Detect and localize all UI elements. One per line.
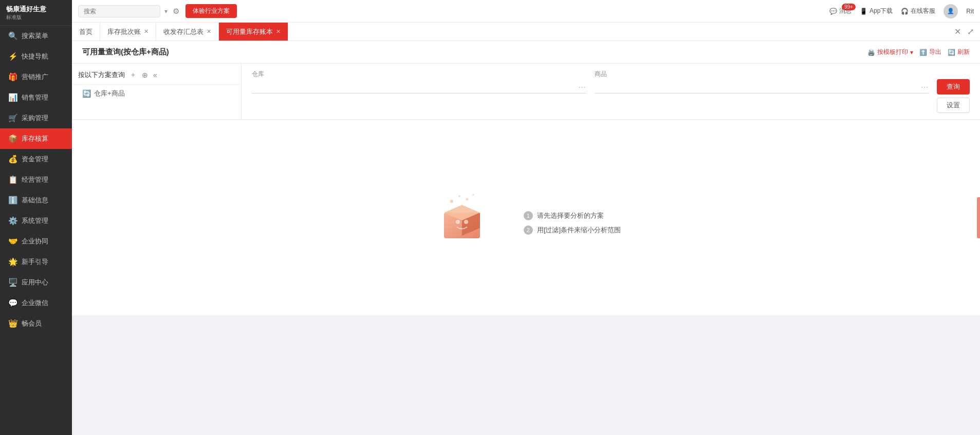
sidebar-item-系统管理[interactable]: ⚙️系统管理	[0, 211, 72, 231]
query-btn[interactable]: 查询	[937, 79, 970, 94]
page-title: 可用量查询(按仓库+商品)	[82, 47, 169, 57]
empty-tip-1: 1 请先选择要分析的方案	[524, 211, 621, 220]
empty-tip-2: 2 用[过滤]条件来缩小分析范围	[524, 225, 621, 235]
query-section-title: 按以下方案查询	[78, 70, 125, 80]
product-input[interactable]	[595, 83, 919, 91]
topbar-right: 💬 消息 99+ 📱 App下载 🎧 在线客服 👤 Rit	[829, 4, 974, 18]
tab-available-qty-label: 可用量库存账本	[226, 27, 273, 36]
sidebar-item-搜索菜单[interactable]: 🔍搜索菜单	[0, 26, 72, 46]
username[interactable]: Rit	[966, 8, 974, 15]
settings-btn[interactable]: 设置	[937, 98, 970, 113]
refresh-icon: 🔄	[948, 49, 955, 56]
sidebar-icon-5: 📦	[8, 134, 17, 143]
empty-state: 1 请先选择要分析的方案 2 用[过滤]条件来缩小分析范围	[72, 120, 980, 315]
service-icon: 🎧	[901, 8, 909, 15]
svg-point-3	[456, 220, 460, 224]
sidebar-item-应用中心[interactable]: 🖥️应用中心	[0, 272, 72, 293]
add-scheme-btn[interactable]: ＋	[128, 70, 138, 80]
message-btn[interactable]: 💬 消息 99+	[829, 7, 852, 15]
app-name: 畅康通好生意	[6, 5, 66, 14]
sidebar-icon-13: 💬	[8, 298, 17, 308]
main-area: ▾ ⚙ 体验行业方案 💬 消息 99+ 📱 App下载 🎧 在线客服 👤 Rit…	[72, 0, 980, 435]
tab-receive-send[interactable]: 收发存汇总表 ✕	[156, 23, 219, 41]
query-actions: 查询 设置	[937, 70, 970, 113]
empty-illustration	[431, 187, 493, 249]
tab-home[interactable]: 首页	[72, 23, 100, 41]
query-section: 按以下方案查询 ＋ ⊕ « 🔄 仓库+商品 仓库	[72, 64, 980, 119]
settings-scheme-btn[interactable]: ⊕	[140, 70, 150, 80]
avatar[interactable]: 👤	[944, 4, 958, 18]
warehouse-input-wrapper: ···	[252, 81, 586, 93]
template-print-btn[interactable]: 🖨️ 按模板打印 ▾	[867, 48, 913, 56]
search-input[interactable]	[78, 5, 160, 17]
sidebar-item-畅会员[interactable]: 👑畅会员	[0, 313, 72, 334]
tip-num-2: 2	[524, 225, 533, 235]
sidebar-icon-14: 👑	[8, 319, 17, 328]
app-download-btn[interactable]: 📱 App下载	[860, 7, 893, 15]
tab-available-qty[interactable]: 可用量库存账本 ✕	[219, 23, 288, 41]
warehouse-more-btn[interactable]: ···	[579, 83, 586, 91]
app-label: App下载	[870, 7, 893, 15]
sidebar-label-7: 经营管理	[22, 175, 48, 184]
online-service-btn[interactable]: 🎧 在线客服	[901, 7, 935, 15]
sidebar-label-4: 采购管理	[22, 114, 48, 123]
sidebar-icon-12: 🖥️	[8, 278, 17, 287]
tabs-actions: ✕ ⤢	[948, 23, 980, 41]
search-chevron-icon[interactable]: ▾	[164, 8, 168, 15]
sidebar-item-销售管理[interactable]: 📊销售管理	[0, 87, 72, 108]
template-print-label: 按模板打印	[877, 48, 908, 56]
tabs-bar: 首页 库存批次账 ✕ 收发存汇总表 ✕ 可用量库存账本 ✕ ✕ ⤢	[72, 23, 980, 41]
tab-receive-send-label: 收发存汇总表	[163, 27, 204, 36]
sidebar-label-14: 畅会员	[22, 319, 42, 328]
tab-inventory-batch-close[interactable]: ✕	[144, 28, 149, 35]
empty-row: 1 请先选择要分析的方案 2 用[过滤]条件来缩小分析范围	[431, 187, 621, 259]
export-icon: ⬆️	[919, 49, 927, 56]
tab-available-qty-close[interactable]: ✕	[276, 28, 281, 35]
scroll-indicator[interactable]	[977, 197, 980, 238]
export-label: 导出	[929, 48, 941, 56]
sidebar-icon-9: ⚙️	[8, 216, 17, 225]
sidebar-item-新手引导[interactable]: 🌟新手引导	[0, 252, 72, 272]
warehouse-input[interactable]	[252, 83, 577, 91]
tab-receive-send-close[interactable]: ✕	[207, 28, 211, 35]
tab-close-all-btn[interactable]: ✕	[952, 26, 963, 37]
query-right-panel: 仓库 ··· 商品 ··· 查询 设置	[242, 64, 980, 119]
sidebar: 畅康通好生意 标准版 🔍搜索菜单⚡快捷导航🎁营销推广📊销售管理🛒采购管理📦库存核…	[0, 0, 72, 435]
product-field: 商品 ···	[595, 70, 929, 93]
page-content: 可用量查询(按仓库+商品) 🖨️ 按模板打印 ▾ ⬆️ 导出 🔄 刷新	[72, 41, 980, 435]
sidebar-item-快捷导航[interactable]: ⚡快捷导航	[0, 46, 72, 67]
sidebar-label-3: 销售管理	[22, 93, 48, 102]
settings-gear-icon[interactable]: ⚙	[173, 7, 179, 16]
query-left-header: 按以下方案查询 ＋ ⊕ «	[72, 70, 241, 85]
sidebar-item-资金管理[interactable]: 💰资金管理	[0, 149, 72, 169]
sidebar-icon-10: 🤝	[8, 237, 17, 246]
sidebar-item-企业微信[interactable]: 💬企业微信	[0, 293, 72, 313]
sidebar-icon-11: 🌟	[8, 257, 17, 267]
scheme-warehouse-product[interactable]: 🔄 仓库+商品	[72, 85, 241, 102]
sidebar-label-10: 企业协同	[22, 237, 48, 246]
collapse-scheme-btn[interactable]: «	[152, 70, 159, 80]
sidebar-item-基础信息[interactable]: ℹ️基础信息	[0, 190, 72, 211]
empty-tips: 1 请先选择要分析的方案 2 用[过滤]条件来缩小分析范围	[524, 211, 621, 235]
sidebar-item-库存核算[interactable]: 📦库存核算	[0, 128, 72, 149]
refresh-btn[interactable]: 🔄 刷新	[948, 48, 970, 56]
tip-text-1: 请先选择要分析的方案	[537, 211, 604, 220]
page-header-actions: 🖨️ 按模板打印 ▾ ⬆️ 导出 🔄 刷新	[867, 48, 970, 56]
sidebar-item-企业协同[interactable]: 🤝企业协同	[0, 231, 72, 252]
query-left-panel: 按以下方案查询 ＋ ⊕ « 🔄 仓库+商品	[72, 64, 242, 119]
sidebar-label-5: 库存核算	[22, 134, 48, 143]
svg-point-5	[450, 200, 453, 203]
tab-expand-btn[interactable]: ⤢	[965, 26, 976, 37]
export-btn[interactable]: ⬆️ 导出	[919, 48, 941, 56]
sidebar-icon-2: 🎁	[8, 72, 17, 82]
industry-btn[interactable]: 体验行业方案	[186, 4, 237, 18]
sidebar-item-营销推广[interactable]: 🎁营销推广	[0, 67, 72, 87]
product-more-btn[interactable]: ···	[921, 83, 929, 91]
tab-inventory-batch[interactable]: 库存批次账 ✕	[100, 23, 156, 41]
message-icon: 💬	[829, 8, 837, 15]
tip-num-1: 1	[524, 211, 533, 220]
refresh-label: 刷新	[957, 48, 970, 56]
sidebar-item-采购管理[interactable]: 🛒采购管理	[0, 108, 72, 128]
sidebar-label-2: 营销推广	[22, 72, 48, 82]
sidebar-item-经营管理[interactable]: 📋经营管理	[0, 169, 72, 190]
